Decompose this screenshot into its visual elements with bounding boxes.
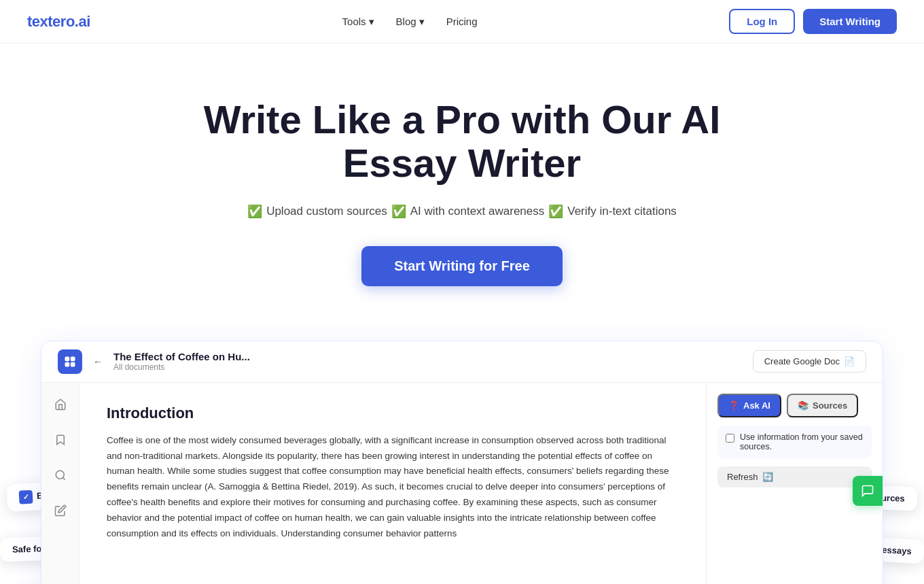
sources-tab[interactable]: 📚 Sources: [787, 394, 858, 417]
essay-main-area: Introduction Coffee is one of the most w…: [79, 383, 706, 584]
use-sources-checkbox[interactable]: [726, 434, 734, 443]
sidebar-sources-icon[interactable]: [50, 464, 71, 486]
navbar-right: Log In Start Writing: [729, 9, 897, 34]
essay-body-text: Coffee is one of the most widely consume…: [107, 433, 679, 543]
brand-name-accent: .ai: [75, 13, 90, 30]
feature-1: Upload custom sources: [266, 205, 387, 218]
doc-title: The Effect of Coffee on Hu...: [113, 351, 250, 362]
refresh-button[interactable]: Refresh 🔄: [717, 466, 872, 487]
chevron-down-icon: ▾: [419, 16, 425, 28]
sidebar-home-icon[interactable]: [50, 394, 71, 415]
preview-section: ✓Built-in AI detector Safe for academic …: [0, 313, 924, 584]
doc-icon: 📄: [844, 356, 855, 366]
svg-rect-2: [65, 362, 70, 366]
app-preview: ← The Effect of Coffee on Hu... All docu…: [41, 341, 883, 584]
nav-blog[interactable]: Blog ▾: [396, 16, 425, 28]
login-button[interactable]: Log In: [729, 9, 795, 34]
navbar-center: Tools ▾ Blog ▾ Pricing: [342, 16, 478, 28]
doc-subtitle: All documents: [113, 362, 250, 372]
check-icon-2: ✅: [391, 204, 406, 219]
refresh-icon: 🔄: [762, 472, 773, 482]
svg-line-5: [63, 477, 65, 479]
panel-tabs: ❓ Ask AI 📚 Sources: [717, 394, 872, 417]
chat-icon: [861, 484, 874, 498]
hero-subtitle: ✅ Upload custom sources ✅ AI with contex…: [27, 204, 897, 219]
textero-icon: [63, 355, 77, 368]
check-icon: ✓: [19, 489, 33, 504]
create-doc-label: Create Google Doc: [764, 356, 840, 366]
sources-icon: 📚: [798, 400, 808, 411]
app-header: ← The Effect of Coffee on Hu... All docu…: [41, 341, 883, 383]
chat-fab-button[interactable]: [853, 476, 883, 506]
feature-3: Verify in-text citations: [567, 205, 677, 218]
back-arrow-icon: ←: [93, 356, 103, 367]
nav-pricing[interactable]: Pricing: [446, 16, 478, 27]
doc-info: The Effect of Coffee on Hu... All docume…: [113, 351, 250, 372]
sidebar-edit-icon[interactable]: [50, 500, 71, 521]
ask-ai-tab[interactable]: ❓ Ask AI: [717, 394, 781, 417]
app-body: Introduction Coffee is one of the most w…: [41, 383, 883, 584]
refresh-label: Refresh: [727, 472, 758, 482]
nav-tools[interactable]: Tools ▾: [342, 16, 374, 28]
question-icon: ❓: [728, 400, 739, 411]
app-logo: [58, 349, 82, 374]
svg-rect-0: [65, 356, 70, 361]
svg-rect-3: [71, 362, 75, 366]
feature-2: AI with context awareness: [410, 205, 544, 218]
brand-logo[interactable]: textero.ai: [27, 13, 90, 31]
use-sources-text: Use information from your saved sources.: [740, 432, 864, 451]
svg-rect-1: [71, 356, 75, 361]
navbar: textero.ai Tools ▾ Blog ▾ Pricing Log In…: [0, 0, 924, 44]
hero-section: Write Like a Pro with Our AI Essay Write…: [0, 44, 924, 313]
hero-title: Write Like a Pro with Our AI Essay Write…: [156, 98, 768, 185]
brand-name-plain: textero: [27, 13, 75, 30]
start-writing-button[interactable]: Start Writing: [803, 9, 897, 34]
essay-intro-heading: Introduction: [107, 405, 679, 422]
check-icon-3: ✅: [548, 204, 563, 219]
check-icon-1: ✅: [247, 204, 262, 219]
hero-cta-button[interactable]: Start Writing for Free: [361, 246, 563, 286]
use-sources-option: Use information from your saved sources.: [717, 426, 872, 458]
back-button[interactable]: ←: [93, 356, 103, 367]
app-sidebar: [41, 383, 79, 584]
svg-point-4: [56, 470, 64, 479]
create-google-doc-button[interactable]: Create Google Doc 📄: [753, 350, 866, 373]
sidebar-bookmark-icon[interactable]: [50, 429, 71, 451]
chevron-down-icon: ▾: [369, 16, 374, 28]
